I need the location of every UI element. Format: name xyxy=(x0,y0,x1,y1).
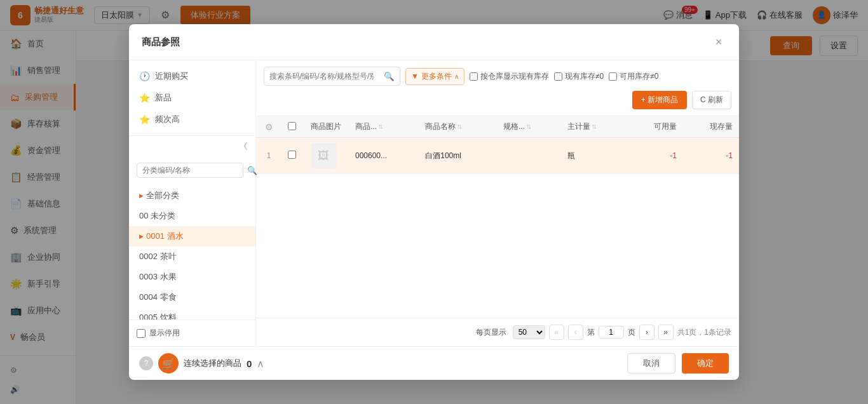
modal-title: 商品参照 xyxy=(142,36,180,48)
col-available-header[interactable]: 可用量 xyxy=(627,116,683,138)
product-reference-modal: 商品参照 × 🕐 近期购买 ⭐ 新品 ⭐ 频次高 xyxy=(129,24,739,380)
refresh-btn[interactable]: C 刷新 xyxy=(692,91,731,109)
checkbox-warehouse-input[interactable] xyxy=(470,72,478,81)
col-spec-header[interactable]: 规格...⇅ xyxy=(497,116,561,138)
add-product-btn[interactable]: + 新增商品 xyxy=(632,91,687,109)
pagination: 每页显示 50 100 « ‹ 第 页 › » 共1页，1条记录 xyxy=(256,318,739,346)
right-panel: 🔍 ▼ 更多条件 ∧ 按仓库显示现有库存 现有库存≠0 可用库存≠0 xyxy=(256,60,739,346)
left-bottom: 显示停用 xyxy=(129,320,255,346)
per-page-label: 每页显示 xyxy=(476,327,506,338)
frequent-icon: ⭐ xyxy=(139,114,150,125)
row-name: 白酒100ml xyxy=(419,138,497,174)
category-all[interactable]: ▶ 全部分类 xyxy=(129,185,255,206)
per-page-select[interactable]: 50 100 xyxy=(513,325,545,339)
col-unit-header[interactable]: 主计量⇅ xyxy=(561,116,627,138)
page-text: 第 xyxy=(587,327,595,338)
row-available: -1 xyxy=(627,138,683,174)
filter-caret-icon: ∧ xyxy=(454,73,459,80)
new-item[interactable]: ⭐ 新品 xyxy=(129,87,255,109)
checkbox-existing[interactable]: 现有库存≠0 xyxy=(554,71,604,82)
category-0002[interactable]: 0002 茶叶 xyxy=(129,246,255,267)
row-select-checkbox[interactable] xyxy=(288,151,296,159)
col-name-header[interactable]: 商品名称⇅ xyxy=(419,116,497,138)
product-search-box: 🔍 xyxy=(264,67,400,86)
checkbox-warehouse[interactable]: 按仓库显示现有库存 xyxy=(470,71,549,82)
new-icon: ⭐ xyxy=(139,93,150,103)
category-arrow-all: ▶ xyxy=(139,192,144,199)
cart-text-label: 连续选择的商品 xyxy=(184,358,241,369)
collapse-section: 《 xyxy=(129,136,255,158)
table-row[interactable]: 1 🖼 000600... 白酒100ml 瓶 -1 -1 xyxy=(256,138,739,174)
page-info: 共1页，1条记录 xyxy=(677,327,731,338)
category-search-row: 🔍 xyxy=(129,158,255,183)
filter-icon: ▼ xyxy=(411,72,419,81)
col-checkbox xyxy=(281,116,304,138)
first-page-btn[interactable]: « xyxy=(549,325,564,340)
col-code-header[interactable]: 商品...⇅ xyxy=(349,116,419,138)
checkbox-existing-input[interactable] xyxy=(554,72,562,81)
toolbar: 🔍 ▼ 更多条件 ∧ 按仓库显示现有库存 现有库存≠0 可用库存≠0 xyxy=(256,60,739,116)
col-settings[interactable]: ⚙ xyxy=(256,116,281,138)
row-code: 000600... xyxy=(349,138,419,174)
frequent-item[interactable]: ⭐ 频次高 xyxy=(129,109,255,130)
category-0005[interactable]: 0005 饮料 xyxy=(129,307,255,320)
col-image-header: 商品图片 xyxy=(304,116,349,138)
left-quick-nav: 🕐 近期购买 ⭐ 新品 ⭐ 频次高 xyxy=(129,60,255,136)
product-image-placeholder: 🖼 xyxy=(311,143,336,168)
product-table: ⚙ 商品图片 商品...⇅ 商品名称⇅ 规格...⇅ 主计量⇅ 可用量 现存量 xyxy=(256,116,739,174)
prev-page-btn[interactable]: ‹ xyxy=(568,325,583,340)
category-0001[interactable]: ▶ 0001 酒水 xyxy=(129,226,255,246)
product-search-btn[interactable]: 🔍 xyxy=(379,72,400,81)
confirm-btn[interactable]: 确定 xyxy=(682,353,729,374)
active-category-arrow: ▶ xyxy=(139,233,144,239)
modal-header: 商品参照 × xyxy=(129,24,739,60)
product-search-input[interactable] xyxy=(264,72,379,81)
cart-icon-btn[interactable]: 🛒 xyxy=(158,353,179,374)
category-search-input[interactable] xyxy=(137,163,243,178)
select-all-checkbox[interactable] xyxy=(288,122,296,130)
cancel-btn[interactable]: 取消 xyxy=(627,353,675,374)
toolbar-right-btns: + 新增商品 C 刷新 xyxy=(632,91,731,109)
next-page-btn[interactable]: › xyxy=(639,325,654,340)
col-stock-header[interactable]: 现存量 xyxy=(683,116,739,138)
left-panel: 🕐 近期购买 ⭐ 新品 ⭐ 频次高 《 🔍 xyxy=(129,60,256,346)
recent-purchase-item[interactable]: 🕐 近期购买 xyxy=(129,65,255,87)
category-list: ▶ 全部分类 00 未分类 ▶ 0001 酒水 0002 茶叶 0003 水果 xyxy=(129,183,255,320)
collapse-up-icon[interactable]: ∧ xyxy=(257,358,264,370)
show-disabled-checkbox[interactable] xyxy=(137,329,146,338)
footer-left: ? 🛒 连续选择的商品 0 ∧ xyxy=(139,353,264,374)
last-page-btn[interactable]: » xyxy=(658,325,674,340)
row-image: 🖼 xyxy=(304,138,349,174)
checkbox-available-input[interactable] xyxy=(609,72,617,81)
table-container: ⚙ 商品图片 商品...⇅ 商品名称⇅ 规格...⇅ 主计量⇅ 可用量 现存量 xyxy=(256,116,739,318)
row-stock: -1 xyxy=(683,138,739,174)
row-spec xyxy=(497,138,561,174)
category-uncategorized[interactable]: 00 未分类 xyxy=(129,206,255,226)
category-0003[interactable]: 0003 水果 xyxy=(129,267,255,287)
modal-close-btn[interactable]: × xyxy=(711,34,726,50)
page-text2: 页 xyxy=(628,327,635,338)
help-icon-btn[interactable]: ? xyxy=(139,356,153,370)
row-checkbox[interactable] xyxy=(281,138,304,174)
checkbox-available[interactable]: 可用库存≠0 xyxy=(609,71,658,82)
category-0004[interactable]: 0004 零食 xyxy=(129,287,255,307)
footer-right: 取消 确定 xyxy=(627,353,729,374)
collapse-btn[interactable]: 《 xyxy=(236,138,250,155)
row-index: 1 xyxy=(256,138,281,174)
cart-count-value: 0 xyxy=(247,358,252,369)
show-disabled-label[interactable]: 显示停用 xyxy=(137,328,248,339)
filter-btn[interactable]: ▼ 更多条件 ∧ xyxy=(405,68,465,85)
row-unit: 瓶 xyxy=(561,138,627,174)
modal-body: 🕐 近期购买 ⭐ 新品 ⭐ 频次高 《 🔍 xyxy=(129,60,739,346)
page-number-input[interactable] xyxy=(599,326,624,339)
modal-footer: ? 🛒 连续选择的商品 0 ∧ 取消 确定 xyxy=(129,346,739,380)
recent-icon: 🕐 xyxy=(139,71,150,81)
